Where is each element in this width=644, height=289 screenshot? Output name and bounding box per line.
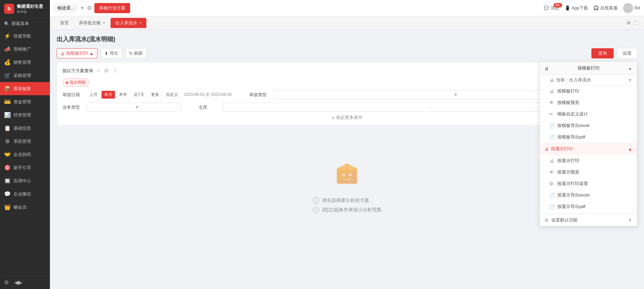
sidebar-toggle-icon[interactable]: ◀▶ (14, 279, 22, 286)
filter-tag-dot (66, 82, 68, 84)
sidebar-item-finance[interactable]: 💳 资金管理 (0, 95, 50, 108)
export-button[interactable]: ⬆ 导出 (101, 48, 122, 58)
tab-home[interactable]: 首页 (55, 18, 74, 28)
sidebar-item-operations[interactable]: 📊 经营管理 (0, 108, 50, 122)
industry-solution-button[interactable]: 体验行业方案 (94, 3, 130, 13)
logo-icon: b (4, 4, 14, 14)
date-tab-more[interactable]: 更多 (148, 91, 162, 99)
customer-service-label: 在线客服 (600, 5, 618, 11)
inventory-icon: 📦 (4, 85, 11, 92)
export-pdf-display-icon: 📄 (549, 204, 555, 209)
dropdown-item-export-pdf-display[interactable]: 📄 按显示导出pdf (540, 201, 637, 212)
sidebar-item-system[interactable]: ⚙ 系统管理 (0, 135, 50, 148)
sidebar-item-basic[interactable]: 📋 基础信息 (0, 122, 50, 135)
app-download-icon: 📱 (565, 5, 570, 10)
sidebar-item-label: 经营管理 (13, 112, 46, 118)
empty-illustration (330, 157, 364, 190)
dropdown-section-display-label: 按显示打印 (551, 146, 628, 152)
sidebar-item-label: 快捷导航 (13, 33, 46, 39)
settings-button[interactable]: 设置 (617, 48, 637, 59)
print-display-icon: 🖨 (549, 158, 555, 163)
svg-rect-3 (342, 174, 345, 176)
dropdown-item-export-excel-template[interactable]: 📄 按模板导出excel (540, 120, 637, 131)
dropdown-item-print-display[interactable]: 🖨 按显示打印 (540, 155, 637, 166)
tab-in-out-flow[interactable]: 出入库流水 × (111, 18, 146, 28)
sidebar-settings-icon[interactable]: ⚙ (4, 279, 9, 286)
date-tab-last-7-days[interactable]: 近7天 (131, 91, 147, 99)
dropdown-current-label: 当前：出入库流水 (556, 77, 626, 83)
dropdown-current-item[interactable]: 🖨 当前：出入库流水 ▼ (540, 75, 637, 85)
dropdown-item-print-settings-display[interactable]: ⚙ 按显示打印设置 (540, 178, 637, 189)
dropdown-item-export-excel-display[interactable]: 📄 按显示导出excel (540, 189, 637, 201)
dropdown-item-preview-template[interactable]: 👁 按模板预览 (540, 97, 637, 108)
sidebar-item-purchase[interactable]: 🛒 采购管理 (0, 69, 50, 82)
sidebar-item-quick-nav[interactable]: ⚡ 快捷导航 (0, 29, 50, 43)
sidebar-item-label: 采购管理 (13, 73, 46, 79)
settings-default-icon: ⚙ (545, 218, 549, 223)
basic-icon: 📋 (4, 125, 11, 131)
page-title: 出入库流水(流水明细) (57, 35, 637, 43)
topbar-right: 💬 消息 99+ 📱 App下载 🎧 在线客服 Rit (544, 3, 640, 13)
display-section-arrow-icon[interactable]: ▲ (628, 147, 632, 152)
tab-batch-accounting-close[interactable]: × (103, 21, 105, 25)
sidebar-item-sales[interactable]: 💰 销售管理 (0, 56, 50, 69)
topbar-gear-icon[interactable]: ⚙ (87, 5, 92, 11)
filter-collapse-icon[interactable]: 《 (111, 67, 117, 74)
dropdown-header-label: 按模板打印 (578, 65, 599, 71)
business-type-select[interactable]: ▼ (87, 103, 181, 112)
dropdown-item-print-settings-display-label: 按显示打印设置 (557, 181, 588, 187)
finance-icon: 💳 (4, 99, 11, 105)
date-tab-custom[interactable]: 自定义 (163, 91, 181, 99)
customer-service-item[interactable]: 🎧 在线客服 (593, 5, 618, 11)
brand-name: 畅捷通好生意 (17, 3, 43, 9)
print-template-label: 按模板打印 (66, 50, 88, 56)
sidebar-item-cooperation[interactable]: 🤝 企业协同 (0, 148, 50, 161)
date-tabs: 上月 本月 本年 近7天 更多 自定义 2023-06-01 至 2023-06… (87, 91, 232, 99)
sidebar-item-inventory[interactable]: 📦 库存核算 (0, 82, 50, 95)
tabbar: 首页 库存批次账 × 出入库流水 × ✕ ⛶ (50, 16, 644, 30)
dropdown-item-preview-display[interactable]: 👁 按显示预览 (540, 166, 637, 178)
refresh-button[interactable]: ↻ 刷新 (125, 48, 147, 58)
operations-icon: 📊 (4, 112, 11, 118)
tabbar-close-icon[interactable]: ✕ (626, 19, 631, 27)
filter-add-icon[interactable]: ＋ (96, 67, 101, 74)
user-avatar-item[interactable]: Rit (623, 3, 640, 13)
topbar-dropdown-icon[interactable]: ▼ (80, 6, 84, 10)
sidebar-item-beginner[interactable]: 🎯 新手引导 (0, 161, 50, 174)
message-icon: 💬 (544, 5, 549, 10)
refresh-label: 刷新 (134, 50, 143, 56)
export-excel-display-icon: 📄 (549, 192, 555, 198)
tabbar-expand-icon[interactable]: ⛶ (634, 20, 639, 26)
sidebar-item-label: 应用中心 (13, 178, 46, 184)
query-button[interactable]: 查询 (591, 48, 614, 58)
tab-batch-accounting[interactable]: 库存批次账 × (74, 18, 110, 28)
dropdown-item-custom-template[interactable]: ✏ 模板自定义设计 (540, 108, 637, 120)
message-item[interactable]: 💬 消息 99+ (544, 5, 559, 11)
app-download-item[interactable]: 📱 App下载 (565, 5, 588, 11)
collapse-arrow-icon: ∧ (331, 115, 335, 120)
sidebar-item-appstore[interactable]: 🔲 应用中心 (0, 174, 50, 187)
tab-in-out-flow-close[interactable]: × (139, 21, 142, 25)
collapse-more-label: 收起更多条件 (336, 114, 362, 121)
date-tab-last-month[interactable]: 上月 (87, 91, 100, 99)
dropdown-item-export-pdf-template[interactable]: 📄 按模板导出pdf (540, 131, 637, 143)
search-menu-item[interactable]: 🔍 搜索菜单 (0, 18, 50, 29)
dropdown-arrow-up-icon[interactable]: ▲ (628, 66, 632, 71)
date-tab-this-year[interactable]: 本年 (116, 91, 130, 99)
dropdown-item-print-template[interactable]: 🖨 按模板打印 (540, 85, 637, 97)
sidebar-item-marketing[interactable]: 📣 营销推广 (0, 43, 50, 56)
logo-text: 畅捷通好生意 标准版 (17, 3, 43, 14)
customer-service-icon: 🎧 (593, 5, 599, 10)
date-tab-this-month[interactable]: 本月 (101, 91, 115, 99)
date-label: 单据日期 (62, 92, 83, 98)
dropdown-section-display[interactable]: 🖨 按显示打印 ▲ (540, 143, 637, 155)
sidebar-item-label: 销售管理 (13, 59, 46, 65)
dropdown-footer-item[interactable]: ⚙ 设置默认功能 ▼ (540, 214, 637, 226)
sidebar-item-vip[interactable]: 👑 畅会员 (0, 201, 50, 214)
sidebar-item-wechat[interactable]: 💬 企业微信 (0, 187, 50, 201)
print-template-button[interactable]: 🖨 按模板打印 ▲ (57, 48, 97, 58)
filter-settings-icon[interactable]: ⚙ (104, 68, 109, 74)
print-dropdown-arrow[interactable]: ▲ (89, 51, 94, 56)
sidebar-item-label: 新手引导 (13, 165, 46, 171)
footer-arrow-icon: ▼ (628, 218, 632, 223)
